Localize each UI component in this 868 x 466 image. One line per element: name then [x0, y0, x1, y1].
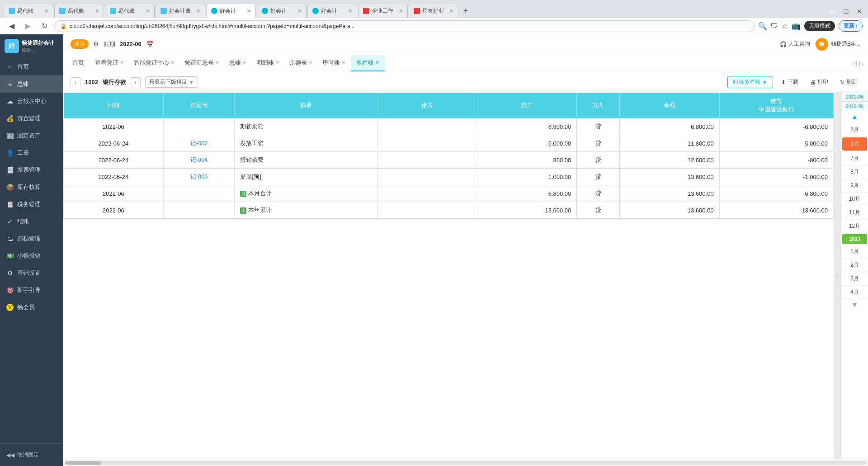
sidebar-item-inventory[interactable]: 📦 库存核算: [0, 179, 63, 196]
month-item-2-2023[interactable]: 2月: [841, 259, 868, 272]
sidebar-item-reports[interactable]: ☁ 云报表中心: [0, 93, 63, 110]
sidebar-item-assets[interactable]: 🏢 固定资产: [0, 127, 63, 144]
tab-multi-column[interactable]: 多栏账 ✕: [351, 55, 385, 71]
star-icon[interactable]: ☆: [782, 22, 788, 30]
sidebar-item-settings[interactable]: ⚙ 基础设置: [0, 264, 63, 282]
sidebar-item-ledger[interactable]: ≡ 总账: [0, 75, 63, 93]
cell-voucher-3[interactable]: 记-004: [163, 152, 235, 169]
collapse-icon[interactable]: ◁: [852, 60, 857, 67]
tab-multi-close[interactable]: ✕: [375, 60, 379, 66]
bottom-scrollbar[interactable]: [63, 459, 868, 466]
search-icon[interactable]: 🔍: [758, 22, 767, 30]
tab-close-6[interactable]: ✕: [297, 8, 302, 14]
tab-1[interactable]: 易代账 ✕: [4, 4, 53, 18]
tab-3[interactable]: 易代账 ✕: [105, 4, 155, 18]
filter-select[interactable]: 只显示下级科目 ▼: [145, 76, 198, 88]
month-item-3-2023[interactable]: 3月: [841, 272, 868, 286]
next-account-button[interactable]: ›: [131, 77, 141, 87]
sidebar-item-member[interactable]: V 畅会员: [0, 299, 63, 316]
screen-cast-icon[interactable]: 📺: [792, 22, 801, 30]
tab-balance-close[interactable]: ✕: [308, 60, 312, 66]
tab-detail-close[interactable]: ✕: [275, 60, 279, 66]
minimize-button[interactable]: —: [827, 6, 837, 16]
scroll-down-arrow[interactable]: ▼: [841, 299, 868, 311]
month-item-5[interactable]: 5月: [841, 123, 868, 137]
voucher-link-2[interactable]: 记-002: [190, 140, 208, 146]
calendar-icon[interactable]: 📅: [146, 41, 154, 48]
account-settings-button[interactable]: ⚙: [93, 41, 99, 48]
tab-journal-close[interactable]: ✕: [341, 60, 345, 66]
incognito-button[interactable]: 无痕模式: [804, 21, 835, 31]
tab-view-voucher-close[interactable]: ✕: [120, 60, 124, 66]
maximize-button[interactable]: ☐: [841, 6, 851, 16]
panel-collapse-toggle[interactable]: ›: [834, 92, 841, 459]
sidebar-item-invoice[interactable]: 🧾 发票管理: [0, 161, 63, 179]
month-item-10[interactable]: 10月: [841, 193, 868, 206]
voucher-link-3[interactable]: 记-004: [190, 156, 208, 163]
special-ledger-button[interactable]: 特殊多栏账 ▼: [727, 76, 773, 88]
month-item-7[interactable]: 7月: [841, 152, 868, 165]
tab-2[interactable]: 易代账 ✕: [54, 4, 104, 18]
month-item-12[interactable]: 12月: [841, 220, 868, 233]
sidebar-item-archive[interactable]: 🗂 归档管理: [0, 230, 63, 247]
download-button[interactable]: ⬇ 下载: [778, 76, 802, 88]
month-item-8[interactable]: 8月: [841, 165, 868, 179]
tab-close-3[interactable]: ✕: [146, 8, 150, 14]
sidebar-item-guide[interactable]: 🎯 新手引导: [0, 282, 63, 299]
scrollbar-track[interactable]: [65, 461, 866, 465]
back-button[interactable]: ◀: [5, 20, 18, 33]
close-window-button[interactable]: ✕: [854, 6, 864, 16]
month-item-9[interactable]: 9月: [841, 179, 868, 193]
scrollbar-thumb[interactable]: [65, 461, 101, 465]
month-item-11[interactable]: 11月: [841, 206, 868, 220]
reload-button[interactable]: ↻: [38, 20, 51, 33]
tab-smart-voucher[interactable]: 智能凭证中心 ✕: [129, 55, 179, 71]
tab-balance[interactable]: 余额表 ✕: [285, 55, 317, 71]
sidebar-item-funds[interactable]: 💰 资金管理: [0, 110, 63, 127]
month-item-1-2023[interactable]: 1月: [841, 245, 868, 259]
user-info[interactable]: 畅 畅捷通B租...: [816, 38, 861, 51]
tab-voucher-summary[interactable]: 凭证汇总表 ✕: [180, 55, 224, 71]
tab-5-active[interactable]: 好会计 ✕: [206, 4, 256, 18]
tab-8[interactable]: 企业工作 ✕: [358, 4, 408, 18]
tab-view-voucher[interactable]: 查看凭证 ✕: [90, 55, 128, 71]
print-button[interactable]: 🖨 打印: [807, 76, 832, 88]
tab-close-4[interactable]: ✕: [196, 8, 200, 14]
scroll-up-arrow[interactable]: ▲: [841, 111, 868, 123]
tab-detail-ledger[interactable]: 明细账 ✕: [252, 55, 284, 71]
tab-close-8[interactable]: ✕: [399, 8, 403, 14]
tab-6[interactable]: 好会计 ✕: [257, 4, 307, 18]
sidebar-item-tax[interactable]: 📋 税务管理: [0, 196, 63, 213]
tab-close-1[interactable]: ✕: [44, 8, 48, 14]
refresh-button[interactable]: ↻ 刷新: [836, 76, 861, 88]
tab-home[interactable]: 首页: [67, 55, 90, 71]
tab-close-5[interactable]: ✕: [247, 8, 251, 14]
tab-journal[interactable]: 序时账 ✕: [318, 55, 350, 71]
url-bar[interactable]: 🔒 cloud2.chanjet.com/accounting/uh26t264…: [54, 20, 755, 32]
expand-icon[interactable]: ▷: [859, 60, 864, 67]
month-item-4-2023[interactable]: 4月: [841, 286, 868, 299]
new-tab-button[interactable]: +: [459, 5, 472, 17]
tab-close-9[interactable]: ✕: [449, 8, 453, 14]
unpin-button[interactable]: ◀◀ 取消固定: [0, 447, 63, 462]
tab-general-close[interactable]: ✕: [242, 60, 246, 66]
forward-button[interactable]: ▶: [22, 20, 34, 33]
consult-button[interactable]: 🎧 人工咨询: [780, 40, 810, 48]
tab-close-7[interactable]: ✕: [348, 8, 352, 14]
table-scroll-area[interactable]: 日期 凭证号 摘要 借方 贷方 方向 余额 借方中国建设银行: [63, 92, 834, 459]
tab-9[interactable]: 用友好业 ✕: [409, 4, 458, 18]
tab-7[interactable]: 好会计 ✕: [307, 4, 357, 18]
tab-smart-close[interactable]: ✕: [170, 60, 175, 66]
month-item-6-active[interactable]: 6月: [842, 137, 867, 151]
prev-account-button[interactable]: ‹: [71, 77, 80, 87]
tab-general-ledger[interactable]: 总账 ✕: [225, 55, 251, 71]
sidebar-item-home[interactable]: ⌂ 首页: [0, 58, 63, 75]
sidebar-item-expense[interactable]: 💵 小畅报销: [0, 247, 63, 264]
tab-voucher-summary-close[interactable]: ✕: [215, 60, 219, 66]
sidebar-item-salary[interactable]: 👤 工资: [0, 144, 63, 161]
shield-icon[interactable]: 🛡: [771, 22, 778, 30]
update-button[interactable]: 更新 ›: [839, 20, 863, 32]
sidebar-item-close[interactable]: ✓ 结账: [0, 213, 63, 230]
tab-close-2[interactable]: ✕: [95, 8, 99, 14]
tab-4[interactable]: 好会计账 ✕: [156, 4, 205, 18]
